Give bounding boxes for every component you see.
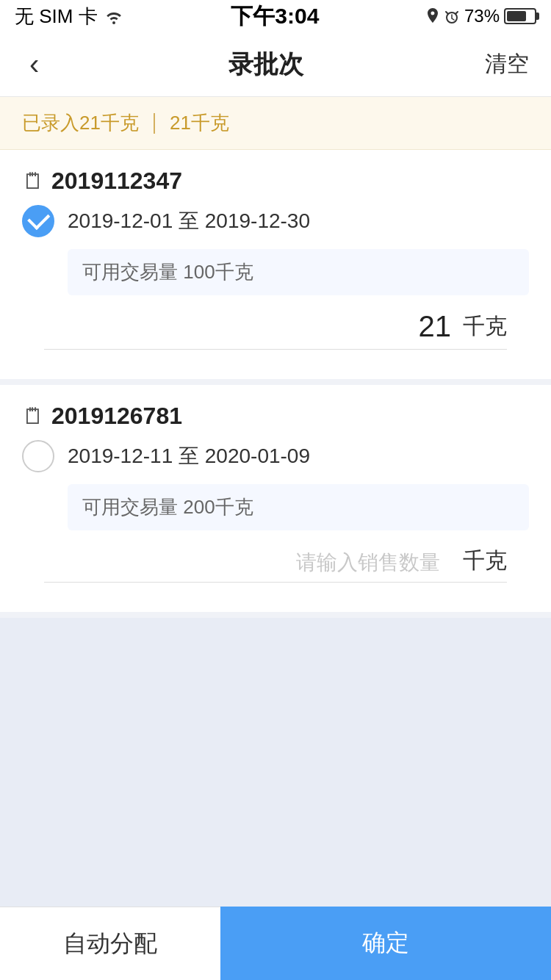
qty-unit-1: 千克	[463, 311, 507, 342]
carrier-wifi: 无 SIM 卡	[15, 4, 124, 29]
batch-id-row-2: 🗒 2019126781	[22, 403, 529, 430]
input-row-2[interactable]: 千克	[22, 530, 529, 576]
qty-unit-2: 千克	[463, 546, 507, 576]
bottom-buttons: 自动分配 确定	[0, 907, 551, 980]
summary-divider	[154, 113, 155, 134]
batch-date-2: 2019-12-11 至 2020-01-09	[68, 442, 310, 470]
battery-fill	[507, 11, 526, 21]
location-icon	[426, 8, 439, 24]
summary-banner: 已录入21千克 21千克	[0, 97, 551, 150]
qty-input-2[interactable]	[44, 545, 451, 576]
batch-id-row-1: 🗒 2019112347	[22, 167, 529, 195]
carrier-text: 无 SIM 卡	[15, 4, 98, 29]
input-underline-1	[44, 349, 507, 350]
summary-value: 21千克	[170, 110, 229, 136]
page-title: 录批次	[228, 48, 303, 82]
alarm-icon	[444, 8, 460, 24]
input-row-1: 21 千克	[22, 295, 529, 343]
clear-button[interactable]: 清空	[485, 49, 529, 79]
battery-text: 73%	[464, 6, 500, 26]
batch-date-1: 2019-12-01 至 2019-12-30	[68, 207, 310, 235]
bottom-area	[0, 618, 551, 934]
available-qty-2: 可用交易量 200千克	[68, 484, 529, 530]
confirm-button[interactable]: 确定	[220, 907, 551, 980]
batch-date-row-2[interactable]: 2019-12-11 至 2020-01-09	[22, 440, 529, 472]
status-indicators: 73%	[426, 6, 536, 26]
batch-item-1: 🗒 2019112347 2019-12-01 至 2019-12-30 可用交…	[0, 150, 551, 385]
batch-id-1: 2019112347	[51, 167, 182, 195]
radio-unchecked-2[interactable]	[22, 440, 54, 472]
time-display: 下午3:04	[231, 1, 319, 32]
batch-date-row-1[interactable]: 2019-12-01 至 2019-12-30	[22, 205, 529, 237]
input-underline-2	[44, 582, 507, 583]
battery-indicator	[504, 8, 536, 24]
batch-icon-2: 🗒	[22, 404, 44, 429]
nav-bar: ‹ 录批次 清空	[0, 32, 551, 97]
radio-checked-1[interactable]	[22, 205, 54, 237]
batch-item-2: 🗒 2019126781 2019-12-11 至 2020-01-09 可用交…	[0, 385, 551, 618]
available-qty-1: 可用交易量 100千克	[68, 249, 529, 295]
batch-icon-1: 🗒	[22, 169, 44, 194]
auto-distribute-button[interactable]: 自动分配	[0, 907, 220, 980]
qty-value-1: 21	[44, 310, 451, 343]
back-button[interactable]: ‹	[22, 40, 46, 88]
wifi-icon	[104, 8, 124, 24]
batch-id-2: 2019126781	[51, 403, 182, 430]
status-bar: 无 SIM 卡 下午3:04 73%	[0, 0, 551, 32]
summary-label: 已录入21千克	[22, 110, 139, 136]
